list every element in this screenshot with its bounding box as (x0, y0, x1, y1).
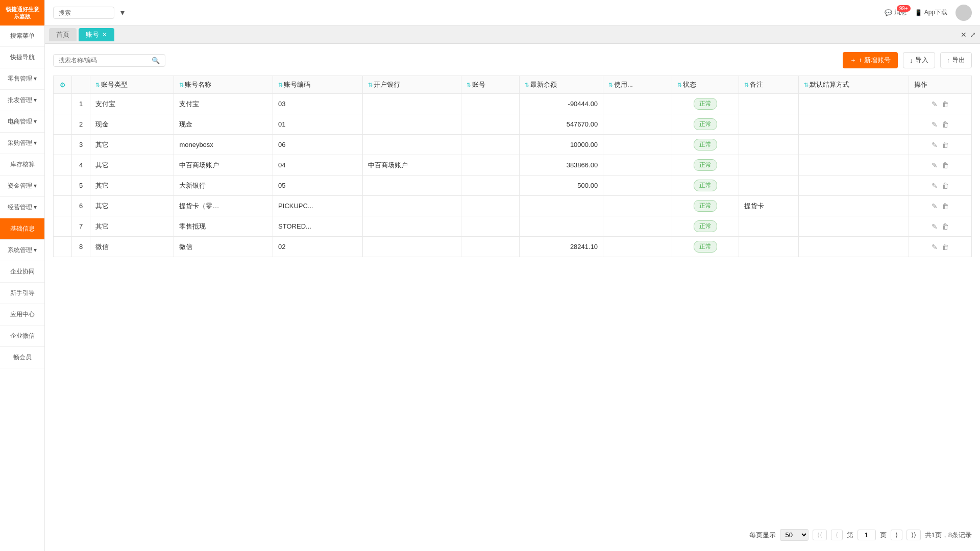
edit-button[interactable]: ✎ (929, 99, 940, 109)
sidebar-item-inventory-calc[interactable]: 库存核算 (0, 154, 44, 176)
row-remark (739, 216, 798, 237)
search-icon[interactable]: 🔍 (152, 57, 160, 64)
sidebar-item-company-agreement[interactable]: 企业协同 (0, 261, 44, 283)
sort-icon-status: ⇅ (677, 82, 682, 88)
next-page-button[interactable]: ⟩ (891, 530, 902, 540)
delete-button[interactable]: 🗑 (940, 181, 951, 191)
row-default-payment (799, 216, 909, 237)
import-icon: ↓ (910, 57, 913, 64)
table-row: 6其它提货卡（零…PICKUPC...正常提货卡✎🗑 (54, 196, 972, 216)
sidebar-item-ecommerce-mgmt[interactable]: 电商管理 ▾ (0, 111, 44, 133)
edit-button[interactable]: ✎ (929, 201, 940, 211)
col-header-usage[interactable]: ⇅使用... (603, 76, 672, 94)
top-search-input[interactable] (53, 7, 114, 19)
sidebar-item-system-mgmt[interactable]: 系统管理 ▾ (0, 240, 44, 261)
close-tab-button[interactable]: ✕ (961, 31, 967, 39)
delete-button[interactable]: 🗑 (940, 201, 951, 211)
add-account-button[interactable]: ＋ + 新增账号 (843, 52, 898, 68)
app-download-button[interactable]: 📱 App下载 (915, 8, 947, 17)
row-status: 正常 (672, 114, 739, 135)
sidebar-item-retail-mgmt[interactable]: 零售管理 ▾ (0, 68, 44, 90)
page-label: 第 (847, 531, 853, 540)
prev-page-button[interactable]: ⟨ (831, 530, 843, 540)
import-button[interactable]: ↓ 导入 (903, 52, 935, 68)
col-header-balance[interactable]: ⇅最新余额 (519, 76, 603, 94)
user-avatar[interactable] (955, 5, 972, 21)
edit-button[interactable]: ✎ (929, 140, 940, 150)
row-type: 其它 (90, 155, 174, 176)
col-header-account_type[interactable]: ⇅账号类型 (90, 76, 174, 94)
row-name: 微信 (174, 237, 273, 257)
settings-icon[interactable]: ⚙ (60, 81, 66, 89)
col-header-status[interactable]: ⇅状态 (672, 76, 739, 94)
header-left: ▾ (53, 7, 125, 19)
delete-button[interactable]: 🗑 (940, 160, 951, 170)
row-code: 06 (273, 135, 362, 155)
delete-button[interactable]: 🗑 (940, 221, 951, 232)
sidebar-item-starter-guide[interactable]: 新手引导 (0, 283, 44, 304)
row-bank (362, 114, 461, 135)
row-type: 微信 (90, 237, 174, 257)
add-icon: ＋ (850, 56, 856, 65)
edit-button[interactable]: ✎ (929, 181, 940, 191)
edit-button[interactable]: ✎ (929, 242, 940, 252)
edit-button[interactable]: ✎ (929, 119, 940, 130)
col-header-remark[interactable]: ⇅备注 (739, 76, 798, 94)
sidebar-item-basic-info[interactable]: 基础信息 (0, 218, 44, 240)
search-input[interactable] (59, 57, 149, 64)
status-badge: 正常 (694, 200, 717, 212)
delete-button[interactable]: 🗑 (940, 140, 951, 150)
col-header-account_code[interactable]: ⇅账号编码 (273, 76, 362, 94)
last-page-button[interactable]: ⟩⟩ (906, 530, 921, 540)
sidebar-item-purchase-mgmt[interactable]: 采购管理 ▾ (0, 133, 44, 154)
row-type: 其它 (90, 216, 174, 237)
sidebar-item-finance-mgmt[interactable]: 资金管理 ▾ (0, 176, 44, 197)
sidebar-item-operations-mgmt[interactable]: 经营管理 ▾ (0, 197, 44, 218)
col-header-account_no[interactable]: ⇅账号 (461, 76, 520, 94)
edit-button[interactable]: ✎ (929, 160, 940, 170)
row-default-payment (799, 114, 909, 135)
sidebar-item-app-center[interactable]: 应用中心 (0, 304, 44, 325)
app-download-label: App下载 (924, 8, 947, 17)
row-account-no (461, 237, 520, 257)
row-code: PICKUPC... (273, 196, 362, 216)
row-bank (362, 135, 461, 155)
row-account-no (461, 135, 520, 155)
page-suffix: 页 (880, 531, 887, 540)
delete-button[interactable]: 🗑 (940, 242, 951, 252)
col-header-bank[interactable]: ⇅开户银行 (362, 76, 461, 94)
row-actions: ✎🗑 (909, 176, 971, 196)
page-size-select[interactable]: 50 20 100 (780, 529, 808, 541)
export-button[interactable]: ↑ 导出 (940, 52, 972, 68)
tab-home[interactable]: 首页 (49, 28, 77, 41)
first-page-button[interactable]: ⟨⟨ (813, 530, 827, 540)
table-row: 2现金现金01547670.00正常✎🗑 (54, 114, 972, 135)
tab-expand-controls: ✕ ⤢ (961, 31, 976, 39)
delete-button[interactable]: 🗑 (940, 119, 951, 130)
row-default-payment (799, 196, 909, 216)
row-actions: ✎🗑 (909, 237, 971, 257)
sidebar-item-search-menu[interactable]: 搜索菜单 (0, 26, 44, 47)
row-name: 零售抵现 (174, 216, 273, 237)
edit-button[interactable]: ✎ (929, 221, 940, 232)
col-header-account_name[interactable]: ⇅账号名称 (174, 76, 273, 94)
dropdown-button[interactable]: ▾ (120, 8, 125, 17)
sidebar-item-quick-nav[interactable]: 快捷导航 (0, 47, 44, 68)
delete-button[interactable]: 🗑 (940, 99, 951, 109)
row-balance: -90444.00 (519, 94, 603, 114)
sidebar-item-wholesale-mgmt[interactable]: 批发管理 ▾ (0, 90, 44, 111)
table-row: 3其它moneybosx0610000.00正常✎🗑 (54, 135, 972, 155)
sort-icon-bank: ⇅ (368, 82, 373, 88)
sort-icon-balance: ⇅ (525, 82, 529, 88)
current-page-input[interactable] (857, 530, 876, 540)
accounts-table: ⚙⇅账号类型⇅账号名称⇅账号编码⇅开户银行⇅账号⇅最新余额⇅使用...⇅状态⇅备… (53, 76, 972, 257)
row-status: 正常 (672, 135, 739, 155)
sidebar-item-company-wechat[interactable]: 企业微信 (0, 325, 44, 347)
expand-button[interactable]: ⤢ (970, 31, 976, 39)
row-remark (739, 237, 798, 257)
sidebar-item-member[interactable]: 畅会员 (0, 347, 44, 368)
message-button[interactable]: 💬 消息 99+ (885, 8, 906, 17)
tab-account[interactable]: 账号✕ (79, 28, 114, 41)
tab-close-account[interactable]: ✕ (102, 32, 107, 38)
col-header-default_payment[interactable]: ⇅默认结算方式 (799, 76, 909, 94)
